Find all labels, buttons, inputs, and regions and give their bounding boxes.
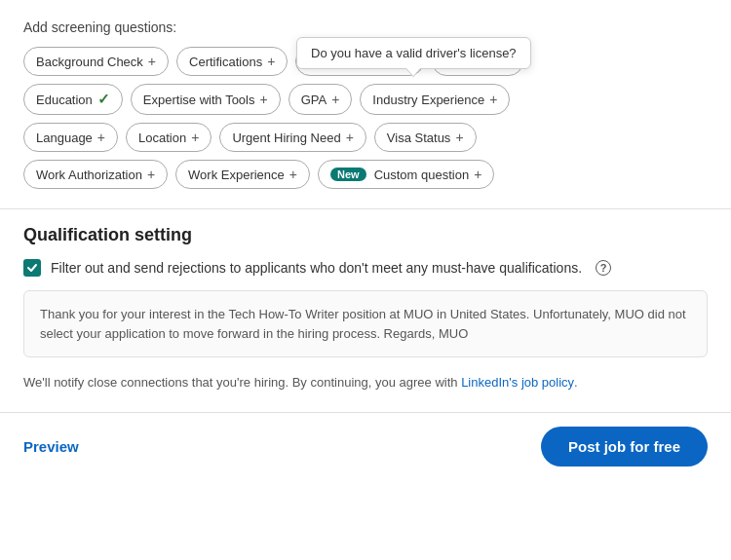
chip-custom-question[interactable]: New Custom question + [318,160,494,189]
chip-location[interactable]: Location + [126,123,212,152]
chip-add-icon: + [97,130,105,145]
footer-bar: Preview Post job for free [0,412,731,480]
chip-label: Work Authorization [36,168,142,182]
chip-work-experience[interactable]: Work Experience + [175,160,310,189]
post-job-button[interactable]: Post job for free [541,427,708,467]
chip-language[interactable]: Language + [23,123,118,152]
chips-row-3: Language + Location + Urgent Hiring Need… [23,123,708,152]
info-icon[interactable]: ? [596,260,611,276]
chip-add-icon: + [191,130,199,145]
qualification-checkbox-row: Filter out and send rejections to applic… [23,259,708,277]
chip-label: Industry Experience [372,93,484,107]
chip-gpa[interactable]: GPA + [289,84,353,115]
section-label: Add screening questions: [23,19,708,35]
tooltip-wrapper: Do you have a valid driver's license? [296,37,531,69]
preview-button[interactable]: Preview [23,430,79,463]
new-badge: New [330,168,366,181]
chip-work-authorization[interactable]: Work Authorization + [23,160,168,189]
policy-text: We'll notify close connections that you'… [23,373,708,392]
chip-add-icon: + [289,167,297,182]
chip-add-icon: + [259,92,267,107]
rejection-message-box: Thank you for your interest in the Tech … [23,290,708,357]
chip-add-icon: + [147,167,155,182]
chip-label: Custom question [374,168,470,182]
chip-add-icon: + [331,92,339,107]
chips-row-4: Work Authorization + Work Experience + N… [23,160,708,189]
chip-add-icon: + [489,92,497,107]
policy-text-prefix: We'll notify close connections that you'… [23,375,461,390]
chip-label: Education [36,93,93,107]
chips-row-2: Education ✓ Expertise with Tools + GPA +… [23,84,708,115]
chip-check-icon: ✓ [97,91,110,108]
chip-label: Expertise with Tools [143,93,255,107]
chip-label: Language [36,131,93,145]
chip-label: Visa Status [387,131,451,145]
section-divider [0,208,731,209]
policy-text-suffix: . [574,375,578,390]
qualification-title: Qualification setting [23,225,708,245]
qualification-filter-label: Filter out and send rejections to applic… [51,260,582,276]
chip-industry-experience[interactable]: Industry Experience + [360,84,510,115]
qualification-checkbox[interactable] [23,259,41,277]
chip-label: Work Experience [188,168,285,182]
chip-expertise-with-tools[interactable]: Expertise with Tools + [131,84,281,115]
chip-visa-status[interactable]: Visa Status + [374,123,477,152]
chip-certifications[interactable]: Certifications + [176,47,288,76]
chip-add-icon: + [474,167,481,182]
chip-label: Urgent Hiring Need [232,131,340,145]
chip-add-icon: + [267,54,275,69]
chip-urgent-hiring-need[interactable]: Urgent Hiring Need + [219,123,366,152]
qualification-section: Qualification setting Filter out and sen… [0,225,731,392]
chip-add-icon: + [455,130,463,145]
chip-label: GPA [301,93,327,107]
chip-label: Background Check [36,55,143,69]
tooltip-box: Do you have a valid driver's license? [296,37,531,69]
chip-education[interactable]: Education ✓ [23,84,123,115]
chips-area: Do you have a valid driver's license? Ba… [23,47,708,189]
chip-label: Location [138,131,186,145]
chip-add-icon: + [148,54,156,69]
chip-label: Certifications [189,55,262,69]
policy-link[interactable]: LinkedIn's job policy [461,375,574,390]
chip-add-icon: + [346,130,354,145]
chip-background-check[interactable]: Background Check + [23,47,169,76]
